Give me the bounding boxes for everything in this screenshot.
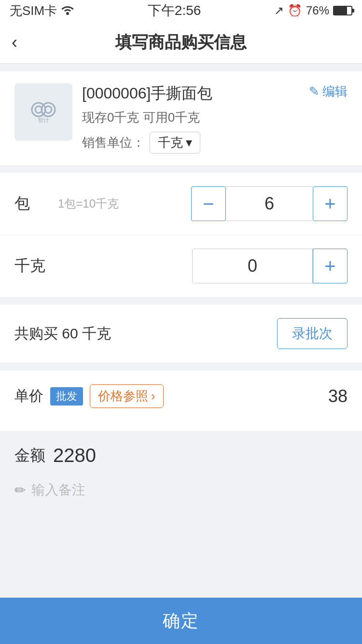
bag-hint: 1包=10千克 bbox=[58, 196, 191, 211]
price-ref-button[interactable]: 价格参照 › bbox=[90, 384, 164, 408]
confirm-button[interactable]: 确定 bbox=[0, 598, 362, 644]
carrier-label: 无SIM卡 bbox=[10, 2, 57, 19]
unit-select[interactable]: 千克 ▾ bbox=[150, 132, 200, 154]
kg-quantity-input[interactable] bbox=[192, 249, 313, 283]
total-row: 共购买 60 千克 录批次 bbox=[0, 305, 362, 363]
kg-quantity-control: + bbox=[192, 249, 348, 283]
record-batch-button[interactable]: 录批次 bbox=[277, 318, 348, 349]
status-time: 下午2:56 bbox=[148, 1, 201, 20]
svg-point-2 bbox=[42, 103, 55, 116]
kg-label: 千克 bbox=[14, 255, 192, 277]
product-thumbnail: 智计 bbox=[14, 83, 72, 141]
kg-quantity-row: 千克 + bbox=[0, 235, 362, 297]
svg-text:智计: 智计 bbox=[38, 117, 49, 124]
wifi-icon bbox=[61, 3, 74, 18]
status-left: 无SIM卡 bbox=[10, 2, 74, 19]
amount-label: 金额 bbox=[14, 445, 45, 466]
bag-quantity-input[interactable] bbox=[226, 186, 313, 221]
product-stock: 现存0千克 可用0千克 bbox=[82, 109, 348, 126]
price-left: 单价 批发 价格参照 › bbox=[14, 384, 164, 408]
price-section: 单价 批发 价格参照 › 38 bbox=[0, 371, 362, 431]
product-card: 智计 [0000006]手撕面包 现存0千克 可用0千克 销售单位： 千克 ▾ … bbox=[0, 71, 362, 165]
kg-plus-button[interactable]: + bbox=[313, 249, 348, 283]
status-bar: 无SIM卡 下午2:56 ↗ ⏰ 76% bbox=[0, 0, 362, 21]
remark-icon: ✏ bbox=[14, 482, 26, 498]
status-right: ↗ ⏰ 76% bbox=[274, 4, 352, 17]
bag-minus-button[interactable]: − bbox=[191, 186, 226, 221]
price-ref-label: 价格参照 bbox=[98, 388, 148, 405]
page-title: 填写商品购买信息 bbox=[115, 31, 247, 54]
confirm-button-label: 确定 bbox=[163, 609, 199, 633]
price-ref-chevron-icon: › bbox=[151, 389, 155, 404]
alarm-icon: ⏰ bbox=[288, 4, 302, 17]
product-name: [0000006]手撕面包 bbox=[82, 83, 348, 104]
product-unit-row: 销售单位： 千克 ▾ bbox=[82, 132, 348, 154]
location-icon: ↗ bbox=[274, 4, 284, 17]
nav-bar: ‹ 填写商品购买信息 bbox=[0, 21, 362, 64]
unit-label: 销售单位： bbox=[82, 134, 145, 151]
amount-row: 金额 2280 bbox=[14, 445, 348, 466]
quantity-section: 包 1包=10千克 − + 千克 + bbox=[0, 173, 362, 297]
remark-row[interactable]: ✏ 输入备注 bbox=[14, 476, 348, 509]
product-info: [0000006]手撕面包 现存0千克 可用0千克 销售单位： 千克 ▾ bbox=[82, 83, 348, 154]
edit-button[interactable]: ✎ 编辑 bbox=[309, 83, 348, 100]
amount-section: 金额 2280 ✏ 输入备注 bbox=[0, 431, 362, 509]
bag-label: 包 bbox=[14, 193, 53, 214]
price-value: 38 bbox=[328, 386, 348, 406]
price-row: 单价 批发 价格参照 › 38 bbox=[14, 384, 348, 408]
unit-price-label: 单价 bbox=[14, 386, 43, 406]
bag-quantity-control: − + bbox=[191, 186, 348, 221]
battery-icon bbox=[333, 6, 352, 15]
back-button[interactable]: ‹ bbox=[12, 32, 17, 53]
amount-value: 2280 bbox=[53, 445, 96, 466]
unit-dropdown-icon: ▾ bbox=[186, 135, 192, 150]
remark-placeholder: 输入备注 bbox=[31, 481, 85, 499]
edit-icon: ✎ bbox=[309, 84, 320, 99]
bag-plus-button[interactable]: + bbox=[313, 186, 348, 221]
batch-badge: 批发 bbox=[50, 387, 83, 406]
bag-quantity-row: 包 1包=10千克 − + bbox=[0, 173, 362, 235]
total-text: 共购买 60 千克 bbox=[14, 324, 111, 344]
battery-percent: 76% bbox=[306, 4, 329, 17]
